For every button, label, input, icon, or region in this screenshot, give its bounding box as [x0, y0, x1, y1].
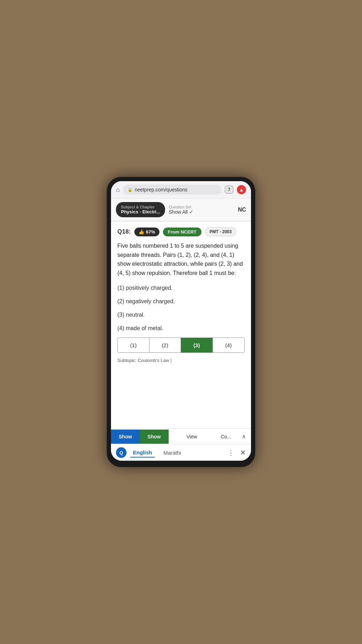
show-all-button[interactable]: Show All ✓: [169, 209, 193, 215]
marathi-tab[interactable]: Marathi: [160, 448, 184, 457]
language-icon: Q: [116, 447, 127, 458]
nc-label: NC: [238, 207, 246, 213]
alert-icon[interactable]: ▲: [237, 185, 246, 194]
option-1[interactable]: (1) positively charged.: [117, 284, 245, 292]
show-button-2[interactable]: Show: [140, 430, 168, 444]
question-set-area: Question Set Show All ✓: [169, 205, 193, 215]
pmt-badge: PMT - 2003: [205, 227, 237, 236]
view-button[interactable]: View: [169, 430, 215, 444]
language-bar: Q English Marathi ⋮ ✕: [111, 444, 251, 461]
answer-cell-1[interactable]: (1): [118, 338, 150, 352]
phone-frame: ⌂ 🔒 neetprep.com/questions 7 ▲ Subject &…: [107, 177, 255, 467]
tab-badge[interactable]: 7: [225, 186, 233, 194]
answer-cell-2[interactable]: (2): [150, 338, 181, 352]
chevron-up-button[interactable]: ∧: [237, 429, 251, 444]
answer-cell-3[interactable]: (3): [181, 338, 213, 352]
option-2[interactable]: (2) negatively charged.: [117, 297, 245, 306]
phone-screen: ⌂ 🔒 neetprep.com/questions 7 ▲ Subject &…: [111, 181, 251, 461]
chevron-up-icon: ∧: [242, 433, 246, 439]
filter-bar: Subject & Chapter Physics - Electri... Q…: [111, 199, 251, 221]
more-options-icon[interactable]: ⋮: [227, 448, 234, 457]
url-text: neetprep.com/questions: [135, 187, 187, 192]
lock-icon: 🔒: [128, 188, 133, 192]
subject-filter-chip[interactable]: Subject & Chapter Physics - Electri...: [116, 202, 165, 217]
question-text: Five balls numbered 1 to 5 are suspended…: [117, 241, 245, 277]
question-header: Q18: 👍 67% From NCERT PMT - 2003: [117, 227, 245, 236]
option-4[interactable]: (4) made of metal.: [117, 324, 245, 333]
english-tab[interactable]: English: [130, 448, 155, 458]
comment-button[interactable]: Co...: [215, 430, 237, 444]
subject-label: Subject & Chapter: [121, 205, 160, 209]
ncert-badge: From NCERT: [163, 228, 202, 236]
answer-cell-4[interactable]: (4): [213, 338, 245, 352]
percent-badge: 👍 67%: [134, 228, 159, 236]
subtopic-text: Subtopic: Coulomb's Law |: [117, 358, 245, 363]
subject-value: Physics - Electri...: [121, 209, 160, 214]
browser-bar: ⌂ 🔒 neetprep.com/questions 7 ▲: [111, 181, 251, 199]
address-bar[interactable]: 🔒 neetprep.com/questions: [123, 185, 221, 195]
home-icon[interactable]: ⌂: [116, 186, 120, 194]
question-content: Q18: 👍 67% From NCERT PMT - 2003 Five ba…: [111, 222, 251, 429]
thumbs-up-icon: 👍: [139, 229, 144, 235]
answer-grid: (1) (2) (3) (4): [117, 338, 245, 353]
action-bar: Show Show View Co... ∧: [111, 429, 251, 444]
question-number: Q18:: [117, 228, 131, 235]
percent-value: 67%: [146, 229, 155, 235]
option-3[interactable]: (3) neutral.: [117, 311, 245, 319]
close-icon[interactable]: ✕: [240, 448, 246, 457]
show-button-1[interactable]: Show: [111, 430, 140, 444]
question-set-label: Question Set: [169, 205, 193, 209]
